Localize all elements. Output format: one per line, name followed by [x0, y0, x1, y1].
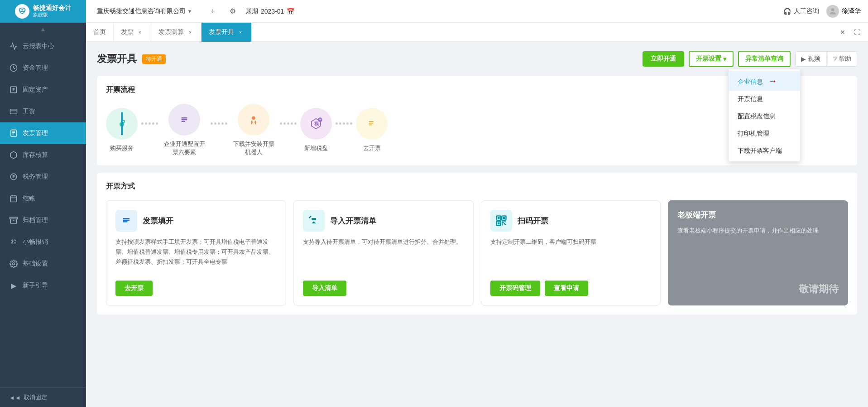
- dropdown-item-company[interactable]: 企业信息 →: [729, 71, 800, 91]
- tab-home[interactable]: 首页: [86, 23, 114, 42]
- connector-3: [276, 122, 300, 138]
- sidebar-item-expense[interactable]: © 小畅报销: [0, 231, 86, 253]
- method-desc-1: 支持按照发票样式手工填开发票；可开具增值税电子普通发票、增值税普通发票、增值税专…: [115, 237, 277, 273]
- scroll-up-arrow[interactable]: ▲: [0, 23, 86, 35]
- settings-button[interactable]: 开票设置 ▾: [689, 51, 734, 67]
- content-area: 首页 发票 × 发票测算 × 发票开具 × ✕ ⛶ 发票开具: [86, 23, 868, 407]
- sidebar-item-settings[interactable]: 基础设置: [0, 253, 86, 275]
- invoice-icon: [9, 129, 18, 138]
- sidebar-cancel-fixed[interactable]: ◄◄ 取消固定: [0, 388, 86, 407]
- red-arrow-icon: →: [768, 76, 777, 86]
- method-footer-1: 去开票: [115, 281, 277, 296]
- abnormal-button[interactable]: 异常清单查询: [738, 51, 791, 67]
- sidebar-label: 小畅报销: [23, 238, 48, 246]
- method-card-scan: 扫码开票 支持定制开票二维码，客户端可扫码开票 开票码管理 查看申请: [481, 200, 661, 305]
- sidebar-label: 归档管理: [23, 216, 48, 224]
- period-label: 账期: [245, 7, 258, 15]
- sidebar-label: 固定资产: [23, 86, 48, 94]
- topbar-actions: ＋ ⚙ 账期 2023-01 📅: [206, 4, 294, 19]
- user-info[interactable]: 徐泽华: [826, 5, 861, 18]
- user-name: 徐泽华: [842, 7, 861, 15]
- salary-icon: [9, 107, 18, 116]
- close-icon[interactable]: ×: [237, 29, 244, 36]
- maximize-button[interactable]: ⛶: [852, 27, 863, 38]
- import-list-button[interactable]: 导入清单: [303, 281, 346, 296]
- flow-step-label-2: 企业开通配置开票六要素: [162, 140, 207, 156]
- svg-point-2: [831, 8, 834, 11]
- fill-invoice-icon: [115, 210, 137, 232]
- video-help-group: ▶ 视频 | ? 帮助: [795, 51, 857, 67]
- dropdown-item-download-client[interactable]: 下载开票客户端: [729, 142, 800, 160]
- sidebar-label: 资金管理: [23, 64, 48, 72]
- support-button[interactable]: 🎧 人工咨询: [783, 7, 819, 15]
- topbar-right: 🎧 人工咨询 徐泽华: [783, 5, 861, 18]
- settings-button-label: 开票设置: [696, 55, 721, 63]
- tab-invoice[interactable]: 发票 ×: [114, 23, 151, 42]
- sidebar-item-closing[interactable]: 结账: [0, 188, 86, 209]
- activate-button[interactable]: 立即开通: [643, 51, 684, 67]
- connector-1: [138, 122, 162, 138]
- calendar-icon[interactable]: 📅: [287, 8, 294, 15]
- flow-step-label-4: 新增税盘: [304, 144, 328, 152]
- question-icon: ?: [833, 55, 837, 63]
- settings-icon[interactable]: ⚙: [225, 4, 240, 19]
- close-tab-button[interactable]: ✕: [837, 27, 848, 38]
- sidebar-item-invoice[interactable]: 发票管理: [0, 122, 86, 144]
- tab-invoice-issue[interactable]: 发票开具 ×: [201, 23, 252, 42]
- sidebar-item-inventory[interactable]: 库存核算: [0, 144, 86, 166]
- company-selector[interactable]: 重庆畅捷交通信息咨询有限公司 ▾: [93, 5, 195, 17]
- page-content: 发票开具 待开通 立即开通 开票设置 ▾ 异常清单查询 企业信息 →: [86, 42, 868, 407]
- flow-step-4: 税 + 新增税盘: [300, 108, 332, 152]
- company-name: 重庆畅捷交通信息咨询有限公司: [97, 7, 186, 15]
- dropdown-item-printer[interactable]: 打印机管理: [729, 125, 800, 142]
- flow-step-label-5: 去开票: [363, 144, 381, 152]
- svg-rect-5: [10, 109, 17, 114]
- headset-icon: 🎧: [783, 8, 791, 15]
- help-button[interactable]: ? 帮助: [828, 52, 857, 66]
- svg-text:+: +: [319, 117, 321, 122]
- sidebar-item-cloud-reports[interactable]: 云报表中心: [0, 35, 86, 57]
- svg-point-11: [13, 263, 15, 265]
- sidebar-item-archive[interactable]: 归档管理: [0, 209, 86, 231]
- method-header-3: 扫码开票: [490, 210, 652, 232]
- sidebar-label: 新手引导: [23, 281, 48, 290]
- settings-dropdown: 企业信息 → 开票信息 配置税盘信息 打印机管理 下载开票客户端: [728, 69, 801, 162]
- dropdown-item-tax-config[interactable]: 配置税盘信息: [729, 108, 800, 125]
- method-title-3: 扫码开票: [518, 216, 548, 226]
- sidebar-label: 库存核算: [23, 151, 48, 159]
- fill-invoice-button[interactable]: 去开票: [115, 281, 153, 296]
- method-footer-3: 开票码管理 查看申请: [490, 281, 652, 296]
- settings-sidebar-icon: [9, 259, 18, 268]
- qr-manage-button[interactable]: 开票码管理: [490, 281, 540, 296]
- dropdown-item-invoice-info[interactable]: 开票信息: [729, 91, 800, 108]
- connector-4: [332, 122, 356, 138]
- scan-invoice-icon: [490, 210, 512, 232]
- logo-icon: [15, 4, 29, 19]
- chevron-down-icon: ▾: [188, 8, 191, 15]
- svg-point-1: [21, 9, 23, 10]
- close-icon[interactable]: ×: [187, 29, 194, 36]
- tab-invoice-calc[interactable]: 发票测算 ×: [151, 23, 201, 42]
- add-button[interactable]: ＋: [206, 4, 220, 19]
- logo-sub: 旗舰版: [33, 11, 71, 18]
- page-header: 发票开具 待开通 立即开通 开票设置 ▾ 异常清单查询 企业信息 →: [97, 51, 857, 67]
- sidebar-label: 云报表中心: [23, 42, 54, 50]
- methods-section: 开票方式: [97, 173, 857, 315]
- view-apply-button[interactable]: 查看申请: [545, 281, 588, 296]
- sidebar: ▲ 云报表中心 资金管理 固定资产: [0, 23, 86, 407]
- method-desc-3: 支持定制开票二维码，客户端可扫码开票: [490, 237, 652, 273]
- logo-text: 畅捷通好会计: [33, 4, 71, 12]
- video-button[interactable]: ▶ 视频: [796, 52, 826, 66]
- close-icon[interactable]: ×: [136, 29, 144, 36]
- sidebar-item-tax[interactable]: 税务管理: [0, 166, 86, 188]
- sidebar-item-fixed-assets[interactable]: 固定资产: [0, 79, 86, 101]
- step-icon-4: 税 +: [300, 108, 332, 140]
- guide-icon: ▶: [9, 281, 18, 290]
- period-info: 账期 2023-01 📅: [245, 7, 294, 15]
- sidebar-item-salary[interactable]: 工资: [0, 101, 86, 122]
- sidebar-item-guide[interactable]: ▶ 新手引导: [0, 275, 86, 296]
- sidebar-item-funds[interactable]: 资金管理: [0, 57, 86, 79]
- sidebar-label: 发票管理: [23, 129, 48, 137]
- import-invoice-icon: [303, 210, 325, 232]
- tab-label: 发票测算: [158, 28, 184, 36]
